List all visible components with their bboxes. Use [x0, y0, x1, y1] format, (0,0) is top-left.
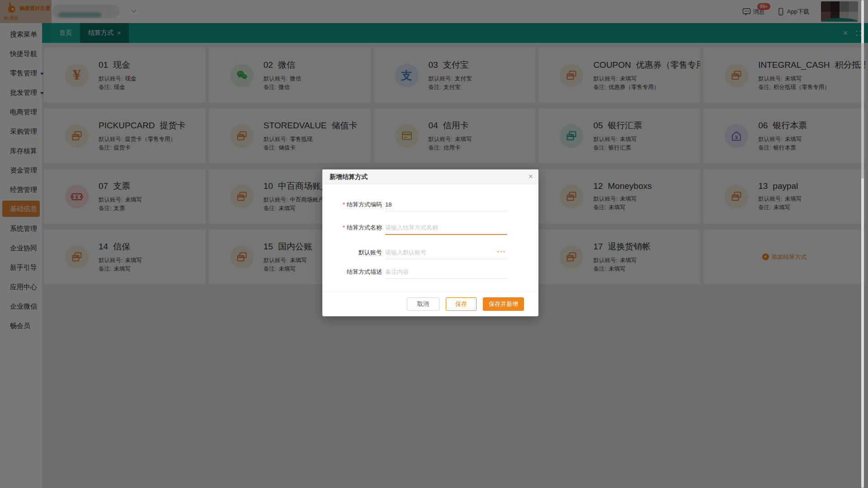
scrollbar[interactable]	[861, 0, 864, 488]
dialog-footer: 取消保存保存并新增	[322, 291, 538, 316]
dialog-title: 新增结算方式	[330, 173, 368, 180]
form-field: 结算方式描述 备注内容	[322, 267, 538, 278]
required-asterisk: *	[343, 224, 345, 231]
form-field: *结算方式编码 18	[322, 199, 538, 211]
text-input[interactable]: 18	[385, 199, 507, 211]
text-input[interactable]: 请输入默认账号 ···	[385, 247, 507, 259]
cancel-button[interactable]: 取消	[407, 297, 439, 311]
required-asterisk: *	[343, 201, 345, 208]
dialog-header: 新增结算方式 ×	[322, 169, 538, 184]
save-and-new-button[interactable]: 保存并新增	[483, 297, 524, 311]
close-icon[interactable]: ×	[528, 169, 533, 184]
account-picker-ellipsis-icon[interactable]: ···	[497, 246, 506, 257]
scrollbar-thumb[interactable]	[861, 43, 864, 178]
form-field: 默认账号 请输入默认账号 ···	[322, 247, 538, 259]
text-input[interactable]: 请输入结算方式名称	[385, 222, 507, 235]
form-field: *结算方式名称 请输入结算方式名称	[322, 222, 538, 234]
text-input[interactable]: 备注内容	[385, 267, 507, 279]
save-button[interactable]: 保存	[446, 297, 476, 311]
add-settlement-method-dialog: 新增结算方式 × *结算方式编码 18 *结算方式名称 请输入结算方式名称 默认…	[322, 169, 538, 316]
